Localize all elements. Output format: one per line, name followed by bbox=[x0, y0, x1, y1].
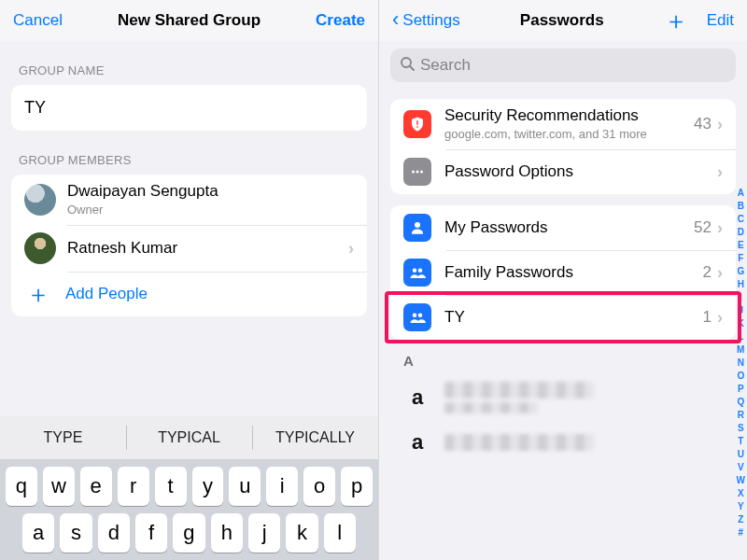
family-passwords-row[interactable]: Family Passwords 2› bbox=[390, 250, 736, 295]
alpha-index-letter[interactable]: D bbox=[738, 226, 744, 239]
key-y[interactable]: y bbox=[192, 467, 224, 506]
section-index-header: A bbox=[379, 340, 747, 374]
alpha-index-letter[interactable]: I bbox=[740, 291, 742, 304]
row-count: 43 bbox=[694, 115, 712, 133]
svg-point-10 bbox=[413, 314, 417, 318]
alpha-index-letter[interactable]: C bbox=[738, 213, 744, 226]
key-q[interactable]: q bbox=[6, 467, 37, 506]
alphabet-index[interactable]: ABCDEFGHIJKLMNOPQRSTUVWXYZ# bbox=[737, 187, 745, 539]
edit-button[interactable]: Edit bbox=[707, 11, 734, 30]
people-icon bbox=[403, 259, 431, 287]
key-t[interactable]: t bbox=[155, 467, 187, 506]
password-entry-row[interactable]: a bbox=[379, 421, 747, 464]
key-s[interactable]: s bbox=[60, 513, 92, 553]
alpha-index-letter[interactable]: O bbox=[737, 370, 744, 383]
alpha-index-letter[interactable]: L bbox=[738, 330, 743, 343]
keyboard-row-2: a s d f g h j k l bbox=[0, 506, 378, 560]
create-button[interactable]: Create bbox=[316, 11, 365, 30]
chevron-right-icon: › bbox=[717, 218, 723, 238]
cancel-button[interactable]: Cancel bbox=[13, 11, 63, 30]
alpha-index-letter[interactable]: M bbox=[737, 343, 744, 357]
shield-alert-icon bbox=[403, 110, 431, 138]
software-keyboard: TYPE TYPICAL TYPICALLY q w e r t y u i o… bbox=[0, 416, 378, 560]
alpha-index-letter[interactable]: A bbox=[738, 187, 744, 200]
site-logo-amazon: a bbox=[403, 384, 431, 412]
chevron-right-icon: › bbox=[717, 263, 723, 283]
alpha-index-letter[interactable]: B bbox=[738, 200, 744, 213]
alpha-index-letter[interactable]: Q bbox=[737, 396, 744, 409]
alpha-index-letter[interactable]: H bbox=[738, 278, 744, 291]
add-people-label: Add People bbox=[65, 285, 148, 303]
svg-point-6 bbox=[420, 171, 423, 174]
key-u[interactable]: u bbox=[229, 467, 261, 506]
right-navbar: ‹ Settings Passwords ＋ Edit bbox=[379, 0, 747, 41]
svg-point-5 bbox=[416, 171, 419, 174]
alpha-index-letter[interactable]: # bbox=[738, 526, 743, 539]
alpha-index-letter[interactable]: G bbox=[737, 265, 744, 278]
alpha-index-letter[interactable]: W bbox=[737, 474, 745, 487]
chevron-right-icon: › bbox=[717, 308, 723, 328]
row-title: TY bbox=[444, 308, 703, 327]
chevron-left-icon: ‹ bbox=[392, 9, 399, 30]
key-d[interactable]: d bbox=[98, 513, 130, 553]
alpha-index-letter[interactable]: K bbox=[738, 317, 744, 330]
key-o[interactable]: o bbox=[303, 467, 335, 506]
key-e[interactable]: e bbox=[80, 467, 112, 506]
key-p[interactable]: p bbox=[341, 467, 373, 506]
keyboard-suggestion[interactable]: TYPE bbox=[0, 416, 126, 459]
member-row[interactable]: Ratnesh Kumar › bbox=[11, 225, 367, 272]
chevron-right-icon: › bbox=[717, 162, 723, 182]
key-i[interactable]: i bbox=[266, 467, 298, 506]
password-groups-card: My Passwords 52› Family Passwords 2› TY … bbox=[390, 205, 736, 340]
key-w[interactable]: w bbox=[43, 467, 75, 506]
alpha-index-letter[interactable]: P bbox=[738, 383, 744, 396]
member-name: Ratnesh Kumar bbox=[67, 239, 348, 258]
member-row-owner[interactable]: Dwaipayan Sengupta Owner bbox=[11, 175, 367, 225]
key-h[interactable]: h bbox=[211, 513, 243, 553]
alpha-index-letter[interactable]: N bbox=[738, 357, 744, 370]
key-k[interactable]: k bbox=[286, 513, 317, 553]
add-password-button[interactable]: ＋ bbox=[664, 5, 688, 37]
group-name-input[interactable] bbox=[11, 85, 367, 131]
row-title: Security Recommendations bbox=[444, 106, 694, 125]
group-name-label: GROUP NAME bbox=[0, 41, 378, 85]
alpha-index-letter[interactable]: X bbox=[738, 487, 744, 500]
alpha-index-letter[interactable]: Z bbox=[738, 513, 743, 526]
alpha-index-letter[interactable]: E bbox=[738, 239, 744, 252]
svg-point-7 bbox=[415, 222, 420, 228]
group-members-label: GROUP MEMBERS bbox=[0, 131, 378, 175]
group-name-card bbox=[11, 85, 367, 131]
back-button[interactable]: ‹ Settings bbox=[392, 10, 460, 31]
alpha-index-letter[interactable]: Y bbox=[738, 500, 744, 513]
site-logo-amazon: a bbox=[403, 428, 431, 456]
keyboard-suggestion[interactable]: TYPICALLY bbox=[252, 416, 378, 459]
row-count: 1 bbox=[703, 308, 712, 327]
alpha-index-letter[interactable]: V bbox=[738, 461, 744, 474]
alpha-index-letter[interactable]: T bbox=[738, 435, 743, 448]
alpha-index-letter[interactable]: U bbox=[738, 448, 744, 461]
password-options-row[interactable]: Password Options › bbox=[390, 149, 736, 194]
search-input[interactable]: Search bbox=[390, 49, 736, 82]
alpha-index-letter[interactable]: J bbox=[738, 304, 743, 317]
key-g[interactable]: g bbox=[173, 513, 204, 553]
alpha-index-letter[interactable]: R bbox=[738, 409, 744, 422]
key-j[interactable]: j bbox=[248, 513, 280, 553]
security-recommendations-row[interactable]: Security Recommendations google.com, twi… bbox=[390, 99, 736, 149]
passwords-settings-pane: ‹ Settings Passwords ＋ Edit Search Secur… bbox=[379, 0, 747, 560]
password-entry-row[interactable]: a bbox=[379, 374, 747, 421]
search-placeholder: Search bbox=[420, 56, 471, 75]
key-r[interactable]: r bbox=[118, 467, 149, 506]
alpha-index-letter[interactable]: S bbox=[738, 422, 744, 435]
svg-point-4 bbox=[412, 171, 415, 174]
key-a[interactable]: a bbox=[22, 513, 54, 553]
keyboard-suggestion[interactable]: TYPICAL bbox=[126, 416, 252, 459]
member-name: Dwaipayan Sengupta bbox=[67, 182, 354, 201]
key-f[interactable]: f bbox=[135, 513, 167, 553]
ty-group-row[interactable]: TY 1› bbox=[390, 295, 736, 340]
alpha-index-letter[interactable]: F bbox=[738, 252, 743, 265]
add-people-row[interactable]: ＋ Add People bbox=[11, 272, 367, 316]
svg-rect-2 bbox=[416, 120, 418, 125]
avatar bbox=[24, 184, 56, 216]
key-l[interactable]: l bbox=[324, 513, 356, 553]
my-passwords-row[interactable]: My Passwords 52› bbox=[390, 205, 736, 250]
